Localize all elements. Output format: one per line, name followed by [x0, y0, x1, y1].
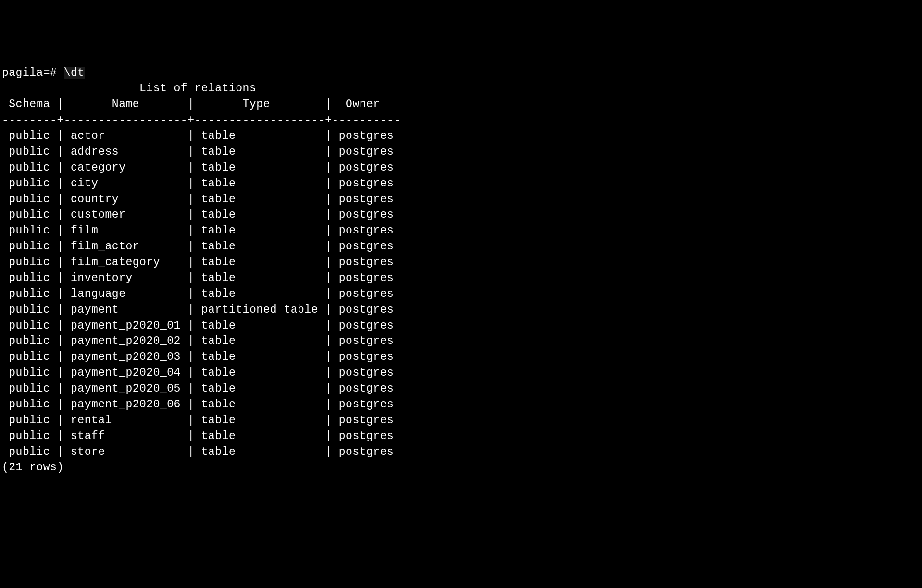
- terminal-output[interactable]: pagila=# \dt List of relations Schema | …: [2, 65, 920, 476]
- result-title: List of relations: [2, 82, 401, 95]
- header-line: Schema | Name | Type | Owner: [2, 98, 401, 110]
- command-text: \dt: [64, 67, 85, 79]
- prompt-line: pagila=# \dt: [2, 65, 920, 81]
- separator-line: --------+------------------+------------…: [2, 114, 401, 126]
- rows-block: public | actor | table | postgres public…: [2, 130, 401, 458]
- footer-line: (21 rows): [2, 461, 64, 474]
- prompt-text: pagila=#: [2, 67, 64, 79]
